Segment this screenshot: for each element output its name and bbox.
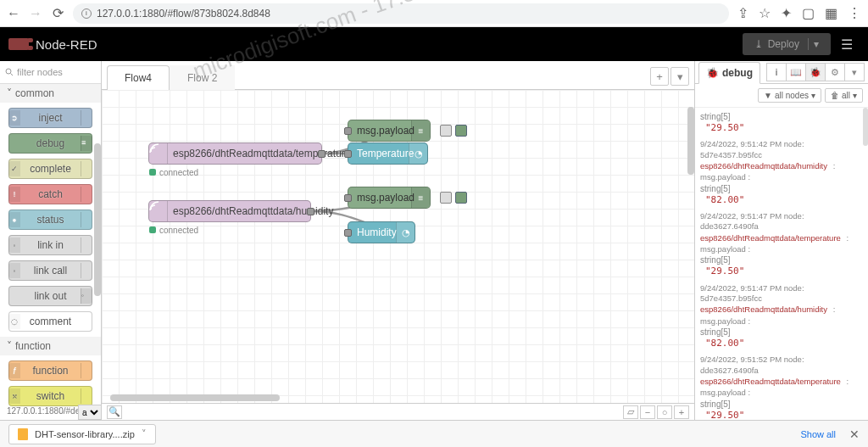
- reload-button[interactable]: ⟳: [51, 7, 64, 20]
- palette-node-catch[interactable]: !catch: [8, 184, 92, 204]
- palette-node-inject[interactable]: ➲inject: [8, 108, 92, 128]
- extensions-icon[interactable]: ✦: [781, 5, 792, 21]
- alert-icon: !: [14, 190, 16, 198]
- link-icon: ◦: [14, 267, 16, 275]
- node-badge[interactable]: [455, 192, 467, 204]
- download-filename: DHT-sensor-library....zip: [35, 429, 135, 439]
- gauge-icon: ◔: [415, 148, 423, 159]
- add-flow-button[interactable]: +: [650, 67, 669, 86]
- sidebar-info-button[interactable]: i: [766, 63, 787, 81]
- forward-button[interactable]: →: [29, 7, 42, 20]
- search-icon: [5, 68, 14, 76]
- palette-filter-input[interactable]: filter nodes: [0, 61, 101, 84]
- zoom-in-button[interactable]: +: [674, 405, 689, 419]
- chip-icon[interactable]: ▦: [825, 5, 837, 21]
- palette-node-comment[interactable]: ◌comment: [8, 311, 92, 332]
- link-icon: ◦: [81, 292, 84, 299]
- node-mqtt-temperature[interactable]: esp8266/dhtReadmqttdata/temperature conn…: [148, 142, 322, 165]
- tab-flow4[interactable]: Flow4: [107, 65, 170, 90]
- debug-timestamp: 9/24/2022, 9:51:42 PM node: 5d7e4357.b95…: [700, 139, 863, 160]
- address-bar[interactable]: i 127.0.0.1:1880/#flow/873b8024.8d848: [73, 3, 729, 24]
- workspace: Flow4 Flow 2 + ▾ esp8266/dhtReadmqttdata…: [102, 61, 694, 420]
- workspace-footer: 🔍 ▱ − ○ +: [102, 403, 694, 420]
- debug-timestamp: 9/24/2022, 9:51:47 PM node: dde3627.6490…: [700, 211, 863, 232]
- bug-icon: ≡: [81, 138, 86, 147]
- flow-canvas[interactable]: esp8266/dhtReadmqttdata/temperature conn…: [102, 90, 694, 403]
- sidebar-tab-label: debug: [722, 67, 753, 79]
- show-all-downloads[interactable]: Show all: [800, 429, 836, 439]
- comment-icon: ◌: [11, 317, 18, 326]
- node-debug-1[interactable]: msg.payload ≡: [348, 120, 431, 142]
- sidebar-tab-debug[interactable]: 🐞 debug: [698, 62, 760, 84]
- url-text: 127.0.0.1:1880/#flow/873b8024.8d848: [97, 8, 270, 20]
- debug-topic: esp8266/dhtReadmqttdata/temperature: [700, 233, 841, 243]
- category-function[interactable]: ˅ function: [0, 337, 101, 355]
- download-item[interactable]: DHT-sensor-library....zip ˅: [8, 424, 156, 444]
- navigator-button[interactable]: ▱: [623, 405, 638, 419]
- zoom-out-button[interactable]: −: [640, 405, 655, 419]
- node-label: Humidity: [357, 226, 397, 238]
- svg-line-1: [11, 74, 14, 76]
- deploy-button[interactable]: ⤓ Deploy ▾: [743, 33, 831, 55]
- main-menu-button[interactable]: ☰: [841, 36, 860, 53]
- palette-node-status[interactable]: ●status: [8, 210, 92, 230]
- node-dashboard-humidity[interactable]: Humidity ◔: [348, 221, 415, 243]
- node-debug-2[interactable]: msg.payload ≡: [348, 187, 431, 209]
- back-button[interactable]: ←: [7, 7, 20, 20]
- palette-node-complete[interactable]: ✓complete: [8, 159, 92, 179]
- debug-topic: esp8266/dhtReadmqttdata/temperature: [700, 377, 841, 386]
- palette-filter-select[interactable]: all: [78, 405, 102, 420]
- menu-icon[interactable]: ⋮: [848, 5, 861, 21]
- node-dashboard-temperature[interactable]: Temperature ◔: [348, 142, 428, 165]
- site-info-icon[interactable]: i: [81, 8, 92, 19]
- tab-flow2[interactable]: Flow 2: [170, 65, 235, 90]
- sidebar-config-button[interactable]: ⚙: [825, 63, 845, 81]
- node-badge[interactable]: [455, 125, 467, 137]
- category-common[interactable]: ˅ common: [0, 84, 101, 103]
- palette-node-linkout[interactable]: link out◦: [8, 286, 92, 306]
- node-mqtt-humidity[interactable]: esp8266/dhtReadmqttdata/humidity connect…: [148, 200, 311, 222]
- debug-entry[interactable]: 9/24/2022, 9:51:47 PM node: 5d7e4357.b95…: [700, 283, 863, 350]
- palette-node-linkcall[interactable]: ◦link call: [8, 260, 92, 281]
- node-palette: filter nodes ˅ common ➲inject debug≡ ✓co…: [0, 61, 102, 420]
- palette-node-linkin[interactable]: ◦link in: [8, 235, 92, 255]
- canvas-scrollbar-v[interactable]: [687, 107, 694, 175]
- sidebar-scrollbar[interactable]: [863, 108, 868, 146]
- clear-button[interactable]: 🗑 all ▾: [825, 88, 863, 103]
- debug-entry[interactable]: 9/24/2022, 9:51:52 PM node: dde3627.6490…: [700, 355, 863, 420]
- palette-scrollbar[interactable]: [94, 143, 101, 296]
- debug-entry[interactable]: 9/24/2022, 9:51:47 PM node: dde3627.6490…: [700, 211, 863, 278]
- sidebar-more-button[interactable]: ▾: [844, 63, 865, 81]
- arrow-icon: ➲: [11, 114, 18, 122]
- palette-node-switch[interactable]: ⤲switch: [8, 386, 92, 406]
- share-icon[interactable]: ⇪: [737, 5, 748, 21]
- filter-placeholder: filter nodes: [17, 67, 63, 77]
- debug-entry[interactable]: 9/24/2022, 9:51:42 PM node: 5d7e4357.b95…: [700, 139, 863, 206]
- list-flows-button[interactable]: ▾: [670, 67, 689, 86]
- debug-value: "82.00": [705, 338, 744, 349]
- node-button[interactable]: [440, 125, 452, 137]
- zoom-reset-button[interactable]: ○: [657, 405, 672, 419]
- palette-node-debug[interactable]: debug≡: [8, 133, 92, 154]
- bookmark-icon[interactable]: ☆: [759, 5, 771, 21]
- sidebar-help-button[interactable]: 📖: [786, 63, 806, 81]
- debug-timestamp: 9/24/2022, 9:51:52 PM node: dde3627.6490…: [700, 355, 863, 376]
- debug-timestamp: 9/24/2022, 9:51:47 PM node: 5d7e4357.b95…: [700, 283, 863, 305]
- close-shelf-button[interactable]: ✕: [849, 427, 860, 441]
- search-button[interactable]: 🔍: [107, 405, 122, 419]
- debug-type: string[5]: [700, 112, 731, 121]
- status-icon: ●: [13, 216, 17, 224]
- download-caret-icon[interactable]: ˅: [142, 428, 147, 439]
- filter-nodes-button[interactable]: ▼ all nodes ▾: [758, 88, 821, 103]
- palette-node-function[interactable]: ffunction: [8, 360, 92, 381]
- status-indicator: [149, 226, 156, 233]
- bug-icon: ≡: [419, 126, 424, 136]
- debug-value: "29.50": [705, 410, 744, 420]
- mqtt-icon: [149, 201, 167, 221]
- canvas-scrollbar-h[interactable]: [110, 394, 280, 401]
- deploy-caret-icon[interactable]: ▾: [808, 38, 819, 50]
- account-icon[interactable]: ▢: [802, 5, 815, 21]
- debug-entry[interactable]: string[5]"29.50": [700, 111, 863, 134]
- sidebar-debug-button[interactable]: 🐞: [805, 63, 826, 81]
- node-button[interactable]: [440, 192, 452, 204]
